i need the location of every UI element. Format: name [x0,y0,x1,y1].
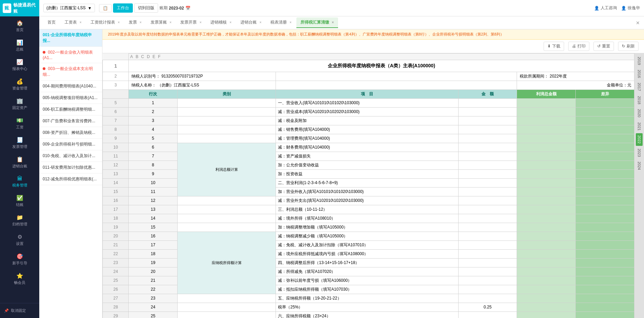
sidebar-item-assets[interactable]: 🏢 固定资产 [0,94,39,114]
taxpayer-id-label: 纳税人识别号： [131,74,160,79]
tab-payroll-stats-close[interactable]: × [118,20,120,24]
reset-button[interactable]: ↺ 重置 [593,42,614,51]
tab-tax-list-close[interactable]: × [290,20,292,24]
tab-invoice-calc-close[interactable]: × [170,20,172,24]
tab-payroll-stats[interactable]: 工资统计报表 × [86,17,124,28]
tab-invoice-close[interactable]: × [140,20,142,24]
year-2023[interactable]: 2023 [636,147,643,159]
left-panel-item-005[interactable]: 005-纳税调整项目明细表(A1... [39,92,102,104]
reset-icon: ↺ [597,44,601,49]
tab-purchase-check[interactable]: 进销稽核 × [206,17,236,28]
sidebar-item-label: 进销台账 [12,164,27,169]
col-xiangmu-header: 项 目 [276,89,458,98]
sidebar-item-payroll[interactable]: 💵 工资 [0,114,39,133]
sidebar-item-label: 首页 [16,27,24,32]
close-all-icon[interactable]: ✕ [636,20,640,26]
col-label-a: A [130,54,133,59]
user-account[interactable]: 👤 徐逸华 [621,5,640,11]
tab-invoice-open[interactable]: 发票开票 × [176,17,206,28]
sidebar-item-invoices[interactable]: 🧾 发票管理 [0,133,39,153]
left-panel-item-008[interactable]: 008-资产折旧、摊销及纳税... [39,127,102,139]
taxpayer-name-label: 纳税人名称： [131,83,156,87]
table-title: 企业所得税年度纳税申报表（A类）主表(A100000) [328,63,435,68]
tab-home[interactable]: 首页 [43,17,60,28]
left-panel-item-001[interactable]: 001-企业所得税年度纳税申报... [39,29,102,47]
item-006-label: 006-职工薪酬纳税调整明细... [43,107,95,112]
item-005-label: 005-纳税调整项目明细表(A1... [43,95,98,100]
workbench-button[interactable]: 工作台 [113,3,133,13]
left-panel-item-004[interactable]: 004-期间费用明细表(A1040... [39,81,102,92]
sidebar-item-reports[interactable]: 📈 报表中心 [0,55,39,75]
left-panel-item-012[interactable]: 012-减免所得税优惠明细表(... [39,174,102,185]
sidebar-item-label: 结账 [16,202,24,207]
main-area: (勿删）江西服宝-LSS ▼ 📋 工作台 切到旧版 账期 2023-02 📅 👤… [39,0,644,318]
sidebar-item-guide[interactable]: 🎯 新手引导 [0,250,39,269]
funds-icon: 💰 [16,78,23,85]
sidebar-item-label: 归档管理 [12,222,27,227]
sidebar-item-home[interactable]: 🏠 首页 [0,16,39,36]
tab-purchase-ledger[interactable]: 进销台账 × [236,17,266,28]
table-row: 7 3 减：税金及附加 [103,116,634,125]
tab-tax-settlement-label: 所得税汇算清缴 [300,19,329,25]
header-row-num [103,89,129,98]
download-button[interactable]: ⬇ 下载 [544,42,564,51]
left-panel-item-003[interactable]: 003-一般企业成本支出明细... [39,63,102,81]
left-panel-item-010[interactable]: 010-免税、减计收入及加计... [39,150,102,162]
tab-invoice[interactable]: 发票 × [125,17,146,28]
tab-tax-settlement[interactable]: 所得税汇算清缴 × [296,17,338,28]
refresh-button[interactable]: ↻ 刷新 [618,42,639,51]
spreadsheet-area[interactable]: A B C D E F [102,53,634,318]
app-logo: 账 畅捷通易代账 [0,0,39,16]
tab-purchase-check-label: 进销稽核 [210,19,227,25]
sidebar-item-member[interactable]: ⭐ 畅会员 [0,269,39,289]
left-panel-item-002[interactable]: 002-一般企业收入明细表(A1... [39,47,102,63]
sidebar-item-funds[interactable]: 💰 资金管理 [0,75,39,94]
table-row: 5 1 一、营业收入(填写A101010\101020\103000) [103,98,634,107]
sidebar-item-purchase[interactable]: 📋 进销台账 [0,153,39,172]
tab-purchase-check-close[interactable]: × [229,20,232,24]
sidebar-item-tax[interactable]: 🏛 税务管理 [0,172,39,191]
tab-tax-settlement-close[interactable]: × [332,20,334,24]
tab-payroll-close[interactable]: × [80,20,82,24]
company-selector[interactable]: (勿删）江西服宝-LSS ▼ [43,4,95,12]
switch-button[interactable]: 切到旧版 [134,3,158,13]
left-panel-item-011[interactable]: 011-研发费用加计扣除优惠... [39,162,102,174]
unpin-button[interactable]: 📌 取消固定 [3,306,37,315]
tab-payroll[interactable]: 工资表 × [60,17,86,28]
tax-icon: 🏛 [17,176,23,182]
left-panel-item-006[interactable]: 006-职工薪酬纳税调整明细... [39,104,102,115]
reset-label: 重置 [602,43,610,49]
year-2024[interactable]: 2024 [636,160,643,172]
year-2020[interactable]: 2020 [636,107,643,119]
sidebar-item-ledger[interactable]: 📊 总账 [0,36,39,55]
table-row: 6 2 减：营业成本(填写A102010\102020\103000) [103,107,634,116]
left-panel-item-009[interactable]: 009-企业所得税补亏损明细... [39,139,102,150]
sidebar-item-archive[interactable]: 📁 归档管理 [0,211,39,230]
copy-button[interactable]: 📋 [99,4,112,12]
year-2018[interactable]: 2018 [636,94,643,106]
right-panel: 2019年度步及取以前年度结转数据的申报表单元格需要手工维护正确，才能保证本年及… [102,29,644,318]
sidebar-item-label: 新手引导 [12,261,27,266]
tab-invoice-calc[interactable]: 发票算账 × [146,17,176,28]
left-panel-item-007[interactable]: 007-广告费和业务宣传费跨... [39,115,102,127]
user-service[interactable]: 👤 人工咨询 [594,5,617,11]
year-2019[interactable]: 2019 [636,55,643,67]
item-011-label: 011-研发费用加计扣除优惠... [43,165,95,170]
service-icon: 👤 [594,6,599,11]
year-2022[interactable]: 2022 [636,133,643,146]
tab-purchase-ledger-close[interactable]: × [260,20,262,24]
sidebar-item-settings[interactable]: ⚙ 设置 [0,230,39,250]
member-icon: ⭐ [16,273,23,279]
tab-tax-list[interactable]: 税表清册 × [266,17,296,28]
payroll-icon: 💵 [16,117,23,124]
item-004-label: 004-期间费用明细表(A1040... [43,84,96,88]
tab-invoice-open-close[interactable]: × [199,20,201,24]
top-right-area: 👤 人工咨询 👤 徐逸华 [594,5,640,11]
year-2016[interactable]: 2016 [636,68,643,80]
user-name: 徐逸华 [628,5,640,11]
year-2017[interactable]: 2017 [636,81,643,93]
tab-invoice-label: 发票 [129,19,137,25]
year-2021[interactable]: 2021 [636,120,643,133]
sidebar-item-close[interactable]: ✅ 结账 [0,191,39,211]
print-button[interactable]: 🖨 打印 [568,42,589,51]
